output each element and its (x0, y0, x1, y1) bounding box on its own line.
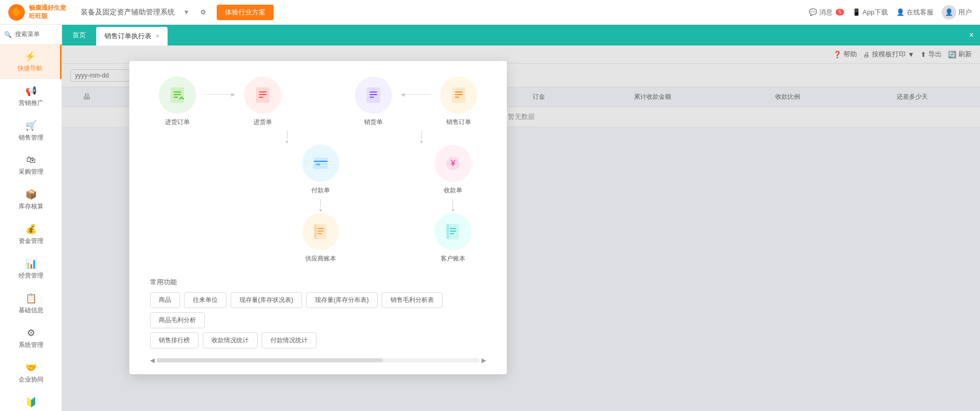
purchase-order-icon (159, 77, 196, 114)
flow-node-purchase-bill[interactable]: 进货单 (235, 77, 291, 127)
tab-home[interactable]: 首页 (62, 25, 96, 45)
sidebar-item-enterprise[interactable]: 🤝 企业协同 (0, 356, 62, 390)
svg-rect-27 (446, 224, 449, 239)
top-bar-left: 🔶 畅康通好生意 旺旺版 装备及固定资产辅助管理系统 ▼ ⚙ 体验行业方案 (8, 4, 274, 21)
payment-bill-icon (302, 145, 339, 182)
flow-node-purchase-order[interactable]: 进货订单 (150, 77, 205, 127)
svg-rect-21 (315, 224, 326, 239)
sales-order-icon (440, 77, 477, 114)
sidebar-item-marketing[interactable]: 📢 营销推广 (0, 79, 62, 114)
popup-scrollbar: ◀ ▶ (150, 357, 486, 364)
svg-rect-18 (316, 163, 320, 165)
new-guide-icon: 🔰 (25, 397, 37, 408)
online-service-button[interactable]: 👤 在线客服 (896, 8, 933, 17)
func-buttons-row2: 销售排行榜 收款情况统计 付款情况统计 (150, 332, 486, 348)
gear-button[interactable]: ⚙ (196, 5, 210, 20)
svg-rect-16 (314, 158, 327, 169)
svg-rect-22 (314, 224, 316, 239)
scroll-track[interactable] (157, 358, 479, 362)
operations-icon: 📊 (25, 258, 37, 269)
sidebar-item-purchase[interactable]: 🛍 采购管理 (0, 148, 62, 182)
flow-node-payment-bill[interactable]: 付款单 (288, 145, 354, 195)
sidebar-item-inventory[interactable]: 📦 库存核算 (0, 182, 62, 217)
func-btn-stock-status[interactable]: 现存量(库存状况表) (231, 292, 302, 308)
func-btn-contacts[interactable]: 往来单位 (184, 292, 227, 308)
dropdown-icon[interactable]: ▼ (183, 8, 190, 16)
func-btn-sales-rank[interactable]: 销售排行榜 (150, 332, 199, 348)
flow-node-customer-ledger[interactable]: 客户账本 (420, 213, 486, 263)
flow-node-supplier-ledger[interactable]: 供应商账本 (288, 213, 354, 263)
scroll-right-arrow[interactable]: ▶ (481, 357, 486, 364)
svg-rect-26 (448, 224, 458, 239)
scroll-thumb (157, 358, 383, 362)
common-functions: 常用功能 商品 往来单位 现存量(库存状况表) 现存量(库存分布表) 销售毛利分… (150, 278, 486, 348)
flow-node-receipt-bill[interactable]: ¥ 收款单 (420, 145, 486, 195)
receipt-bill-icon: ¥ (434, 145, 472, 182)
inventory-icon: 📦 (25, 189, 37, 200)
user-menu[interactable]: 👤 用户 (942, 5, 972, 20)
system-title: 装备及固定资产辅助管理系统 (81, 8, 175, 17)
service-icon: 👤 (896, 8, 904, 16)
user-avatar: 👤 (942, 5, 956, 20)
marketing-icon: 📢 (25, 85, 37, 97)
customer-ledger-icon (434, 213, 472, 250)
svg-text:¥: ¥ (450, 159, 456, 168)
popup-overlay: 进货订单 ▶ (62, 45, 980, 411)
logo-icon: 🔶 (8, 4, 25, 21)
func-btn-product[interactable]: 商品 (150, 292, 180, 308)
app-download-button[interactable]: 📱 App下载 (852, 8, 888, 17)
flow-node-sales-order[interactable]: 销售订单 (431, 77, 486, 127)
logo-area: 🔶 畅康通好生意 旺旺版 (8, 4, 70, 21)
common-func-title: 常用功能 (150, 278, 486, 287)
search-icon: 🔍 (4, 31, 12, 38)
purchase-bill-icon (244, 77, 281, 114)
logo-text: 畅康通好生意 旺旺版 (29, 4, 66, 20)
trial-button[interactable]: 体验行业方案 (217, 5, 274, 20)
func-buttons-row1: 商品 往来单位 现存量(库存状况表) 现存量(库存分布表) 销售毛利分析表 商品… (150, 292, 486, 328)
system-icon: ⚙ (27, 327, 35, 339)
sidebar-item-quick-guide[interactable]: ⚡ 快捷导航 (0, 44, 62, 79)
sidebar-item-sales[interactable]: 🛒 销售管理 (0, 114, 62, 148)
tab-bar: 首页 销售订单执行表 × × (62, 25, 980, 45)
scroll-left-arrow[interactable]: ◀ (150, 357, 155, 364)
tab-bar-close-button[interactable]: × (969, 31, 974, 40)
download-icon: 📱 (852, 8, 861, 16)
tab-close-icon[interactable]: × (156, 33, 159, 40)
enterprise-icon: 🤝 (25, 362, 37, 373)
finance-icon: 💰 (25, 223, 37, 235)
sales-icon: 🛒 (25, 120, 37, 131)
func-btn-sales-analysis[interactable]: 销售毛利分析表 (382, 292, 443, 308)
tab-sales-order[interactable]: 销售订单执行表 × (96, 27, 168, 45)
sidebar: 🔍 搜索菜单 ⚡ 快捷导航 📢 营销推广 🛒 销售管理 🛍 采购管理 📦 (0, 25, 62, 411)
message-badge: 5 (836, 9, 844, 16)
sidebar-item-finance[interactable]: 💰 资金管理 (0, 217, 62, 252)
top-bar: 🔶 畅康通好生意 旺旺版 装备及固定资产辅助管理系统 ▼ ⚙ 体验行业方案 💬 … (0, 0, 980, 25)
quick-guide-icon: ⚡ (24, 51, 36, 62)
top-bar-right: 💬 消息 5 📱 App下载 👤 在线客服 👤 用户 (809, 5, 972, 20)
page-content: ❓ 帮助 🖨 按模板打印 ▼ ⬆ 导出 🔄 刷新 (62, 45, 980, 411)
flow-node-sales-bill[interactable]: 销货单 (346, 77, 401, 127)
supplier-ledger-icon (302, 213, 339, 250)
func-btn-payment-stats[interactable]: 付款情况统计 (262, 332, 316, 348)
basic-info-icon: 📋 (25, 293, 37, 304)
func-btn-receipt-stats[interactable]: 收款情况统计 (203, 332, 258, 348)
func-btn-stock-dist[interactable]: 现存量(库存分布表) (306, 292, 378, 308)
sales-bill-icon (355, 77, 392, 114)
purchase-icon: 🛍 (26, 155, 36, 165)
func-btn-product-analysis[interactable]: 商品毛利分析 (150, 312, 205, 328)
content-area: 首页 销售订单执行表 × × ❓ 帮助 🖨 (62, 25, 980, 411)
flow-diagram: 进货订单 ▶ (150, 77, 486, 267)
message-button[interactable]: 💬 消息 5 (809, 8, 844, 17)
sidebar-item-basic-info[interactable]: 📋 基础信息 (0, 286, 62, 321)
sidebar-item-new-guide[interactable]: 🔰 新手引导 (0, 390, 62, 411)
sidebar-item-system[interactable]: ⚙ 系统管理 (0, 321, 62, 356)
search-menu[interactable]: 🔍 搜索菜单 (0, 25, 62, 44)
message-icon: 💬 (809, 8, 817, 16)
popup-box: 进货订单 ▶ (129, 61, 507, 374)
sidebar-item-operations[interactable]: 📊 经营管理 (0, 252, 62, 286)
